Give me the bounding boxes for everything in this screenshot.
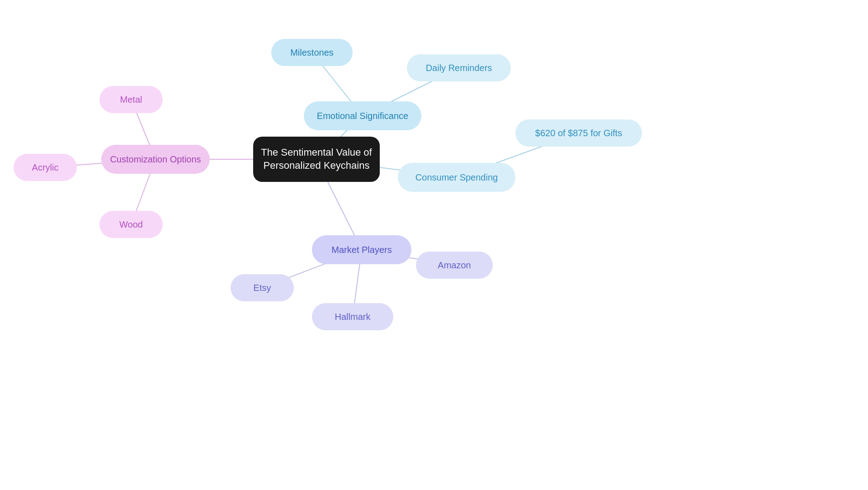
daily-reminders-label: Daily Reminders [426, 63, 492, 73]
acrylic-node: Acrylic [14, 154, 77, 181]
metal-label: Metal [120, 95, 142, 105]
etsy-node: Etsy [231, 274, 294, 301]
milestones-label: Milestones [290, 48, 334, 58]
daily-reminders-node: Daily Reminders [407, 54, 511, 81]
acrylic-label: Acrylic [32, 162, 59, 173]
metal-node: Metal [99, 86, 163, 113]
wood-node: Wood [99, 211, 163, 238]
market-players-label: Market Players [331, 245, 392, 255]
hallmark-node: Hallmark [312, 303, 393, 330]
emotional-node: Emotional Significance [304, 101, 421, 130]
wood-label: Wood [119, 219, 143, 230]
consumer-spending-label: Consumer Spending [415, 172, 498, 183]
emotional-label: Emotional Significance [317, 111, 408, 121]
customization-node: Customization Options [101, 145, 210, 174]
center-node: The Sentimental Value of Personalized Ke… [253, 137, 380, 182]
gifts-node: $620 of $875 for Gifts [515, 119, 642, 147]
hallmark-label: Hallmark [335, 312, 371, 322]
etsy-label: Etsy [254, 283, 271, 293]
customization-label: Customization Options [110, 154, 201, 165]
center-label: The Sentimental Value of Personalized Ke… [261, 146, 372, 172]
gifts-label: $620 of $875 for Gifts [535, 128, 622, 138]
amazon-label: Amazon [438, 260, 471, 271]
amazon-node: Amazon [416, 252, 493, 279]
consumer-spending-node: Consumer Spending [398, 163, 515, 192]
market-players-node: Market Players [312, 235, 411, 264]
milestones-node: Milestones [271, 39, 353, 66]
